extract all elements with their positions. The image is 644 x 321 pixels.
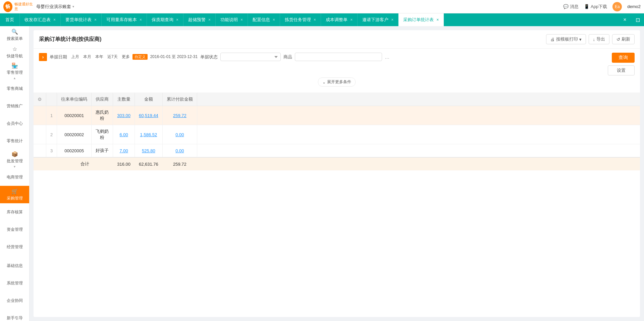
goods-more-icon[interactable]: … <box>383 54 391 60</box>
nav-tabs: 首页 收发存汇总表 × 要货单统计表 × 可用量库存账本 × 保质期查询 × 超… <box>0 13 644 26</box>
row-main-qty-cell[interactable]: 7.00 <box>113 144 135 158</box>
sidebar-item-enterprise-collab[interactable]: 企业协同 <box>0 292 29 309</box>
template-print-button[interactable]: 🖨 按模板打印 ▾ <box>546 34 586 44</box>
sidebar-item-system-mgmt[interactable]: 系统管理 <box>0 274 29 292</box>
row-paid-amount-cell[interactable]: 259.72 <box>162 106 197 125</box>
shortcut-more[interactable]: 更多 <box>120 53 131 60</box>
expand-conditions-button[interactable]: ⌄ 展开更多条件 <box>318 77 356 87</box>
row-supplier-code-cell: 00020002 <box>57 125 92 144</box>
close-all-tabs-button[interactable]: × <box>619 13 631 26</box>
shortcut-this-year[interactable]: 本年 <box>94 53 105 60</box>
row-main-qty-cell[interactable]: 6.00 <box>113 125 135 144</box>
status-filter-group: 单据状态 <box>200 53 281 61</box>
sidebar: 🔍 搜索菜单 ☆ 快捷导航 🏪 零售管理 ▲ 零售商城 营销推广 会员中心 零售… <box>0 26 30 321</box>
sidebar-item-retail-mgmt[interactable]: 🏪 零售管理 ▲ <box>0 62 29 80</box>
close-goods-stats-icon[interactable]: × <box>94 17 97 22</box>
close-cost-adjust-icon[interactable]: × <box>350 17 353 22</box>
fullscreen-button[interactable]: ⊡ <box>631 13 644 26</box>
table-footer: 合计 316.00 62,631.76 259.72 <box>34 157 640 170</box>
status-select[interactable] <box>220 53 281 61</box>
refresh-label: 刷新 <box>622 36 630 42</box>
close-purchase-stats-icon[interactable]: × <box>436 17 439 22</box>
row-extra-cell <box>197 125 640 144</box>
data-table: ⚙ 往来单位编码 供应商 主数量 金额 累计付款金额 <box>34 93 640 170</box>
sidebar-item-retail-stats-label: 零售统计 <box>7 138 23 144</box>
row-paid-amount-cell[interactable]: 0.00 <box>162 125 197 144</box>
workspace-area: 母婴行业演示账套 ▾ <box>36 4 560 10</box>
close-feature-desc-icon[interactable]: × <box>240 17 243 22</box>
close-overstock-warning-icon[interactable]: × <box>208 17 211 22</box>
sidebar-item-inventory-check[interactable]: 库存核算 <box>0 203 29 221</box>
query-button[interactable]: 查询 <box>612 53 635 63</box>
workspace-selector[interactable]: 母婴行业演示账套 ▾ <box>36 4 74 10</box>
sidebar-item-basic-info[interactable]: 基础信息 <box>0 257 29 274</box>
tab-expiry-query[interactable]: 保质期查询 × <box>147 13 183 26</box>
close-config-info-icon[interactable]: × <box>273 17 275 22</box>
tab-overstock-warning-label: 超储预警 <box>188 17 206 23</box>
sidebar-item-new-guide[interactable]: 新手引导 <box>0 309 29 321</box>
goods-input[interactable] <box>295 53 382 61</box>
sidebar-item-finance-mgmt[interactable]: 资金管理 <box>0 221 29 238</box>
sidebar-item-search[interactable]: 🔍 搜索菜单 <box>0 26 29 44</box>
tab-overstock-warning[interactable]: 超储预警 × <box>183 13 216 26</box>
sidebar-item-marketing[interactable]: 营销推广 <box>0 97 29 115</box>
tab-home[interactable]: 首页 <box>0 13 20 26</box>
sidebar-item-purchase-mgmt[interactable]: 🛒 采购管理 <box>0 186 29 203</box>
shortcut-this-month[interactable]: 本月 <box>82 53 93 60</box>
settings-button[interactable]: 设置 <box>608 65 635 75</box>
retail-mgmt-icon: 🏪 <box>11 62 18 69</box>
row-amount-cell[interactable]: 525.80 <box>135 144 163 158</box>
row-main-qty-cell[interactable]: 303.00 <box>113 106 135 125</box>
tab-receive-summary[interactable]: 收发存汇总表 × <box>20 13 61 26</box>
message-button[interactable]: 💬 消息 <box>563 4 579 10</box>
filter-toggle-button[interactable]: › <box>39 53 47 61</box>
column-settings-icon[interactable]: ⚙ <box>38 97 42 102</box>
tab-goods-stats[interactable]: 要货单统计表 × <box>61 13 102 26</box>
row-amount-cell[interactable]: 60,519.44 <box>135 106 163 125</box>
sidebar-item-inventory-check-label: 库存核算 <box>7 209 23 215</box>
close-receive-summary-icon[interactable]: × <box>53 17 56 22</box>
row-paid-amount-cell[interactable]: 0.00 <box>162 144 197 158</box>
tab-cost-adjust-label: 成本调整单 <box>326 17 347 23</box>
shortcut-last-month[interactable]: 上月 <box>70 53 80 60</box>
sidebar-item-wholesale-mgmt[interactable]: 📦 批发管理 ▼ <box>0 151 29 168</box>
tab-pickup-task[interactable]: 拣货任务管理 × <box>280 13 321 26</box>
user-name[interactable]: demo2 <box>627 4 641 9</box>
close-pickup-task-icon[interactable]: × <box>314 17 316 22</box>
wholesale-icon: 📦 <box>11 151 18 157</box>
sidebar-item-ops-mgmt[interactable]: 经营管理 <box>0 238 29 256</box>
tab-cost-adjust[interactable]: 成本调整单 × <box>321 13 358 26</box>
row-num-cell: 2 <box>46 125 57 144</box>
tab-feature-desc[interactable]: 功能说明 × <box>216 13 248 26</box>
close-invite-downstream-icon[interactable]: × <box>391 17 393 22</box>
sidebar-item-search-label: 搜索菜单 <box>7 36 23 42</box>
shortcut-7days[interactable]: 近7天 <box>106 53 119 60</box>
refresh-button[interactable]: ↺ 刷新 <box>612 34 635 44</box>
sidebar-item-ecommerce-mgmt[interactable]: 电商管理 <box>0 168 29 186</box>
table-row: 2 00020002 飞鹤奶粉 6.00 1,586.52 0.00 <box>34 125 640 144</box>
summary-extra-cell <box>197 157 640 170</box>
custom-date-badge[interactable]: 自定义 <box>132 54 148 60</box>
close-expiry-query-icon[interactable]: × <box>176 17 178 22</box>
tab-purchase-stats[interactable]: 采购订单统计表 × <box>398 13 444 26</box>
app-download-button[interactable]: 📱 App下载 <box>584 4 607 10</box>
tab-invite-downstream[interactable]: 邀请下游客户 × <box>358 13 398 26</box>
row-supplier-code-cell: 00020001 <box>57 106 92 125</box>
th-row-num <box>46 93 57 106</box>
sidebar-item-member-center[interactable]: 会员中心 <box>0 115 29 132</box>
sidebar-item-purchase-mgmt-label: 采购管理 <box>7 196 23 201</box>
table-header: ⚙ 往来单位编码 供应商 主数量 金额 累计付款金额 <box>34 93 640 106</box>
close-available-inventory-icon[interactable]: × <box>140 17 142 22</box>
tab-available-inventory[interactable]: 可用量库存账本 × <box>102 13 147 26</box>
export-button[interactable]: ↓ 导出 <box>589 34 610 44</box>
sidebar-item-quick-nav[interactable]: ☆ 快捷导航 <box>0 44 29 61</box>
star-icon: ☆ <box>12 46 17 52</box>
logo: 畅 畅捷通好生意 <box>3 1 33 12</box>
table-container: ⚙ 往来单位编码 供应商 主数量 金额 累计付款金额 <box>34 93 640 317</box>
row-amount-cell[interactable]: 1,586.52 <box>135 125 163 144</box>
tab-config-info[interactable]: 配置信息 × <box>248 13 280 26</box>
row-extra-cell <box>197 144 640 158</box>
sidebar-item-retail-stats[interactable]: 零售统计 <box>0 132 29 150</box>
sidebar-item-retail-mall[interactable]: 零售商城 <box>0 80 29 97</box>
goods-filter-group: 商品 … <box>283 53 391 61</box>
